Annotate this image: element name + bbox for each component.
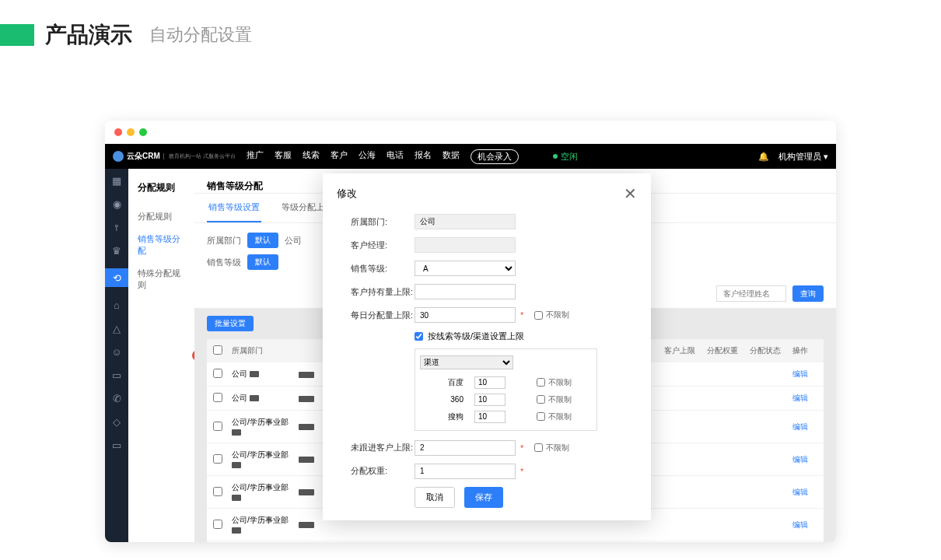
sidepanel-item-level[interactable]: 销售等级分配: [128, 228, 194, 262]
topbar: 云朵CRM 教育机构一站 式服务云平台 推广 客服 线索 客户 公海 电话 报名…: [105, 144, 836, 169]
accent-block: [0, 24, 34, 46]
row-checkbox[interactable]: [213, 369, 222, 378]
nav-data[interactable]: 数据: [443, 149, 460, 164]
unlimited-label: 不限制: [546, 443, 569, 453]
select-level[interactable]: A: [415, 261, 516, 276]
cell-dept: 公司: [229, 369, 299, 380]
bell-icon[interactable]: [758, 152, 769, 162]
maximize-dot[interactable]: [139, 128, 147, 136]
app-window: 云朵CRM 教育机构一站 式服务云平台 推广 客服 线索 客户 公海 电话 报名…: [105, 121, 836, 542]
select-all-checkbox[interactable]: [213, 345, 222, 355]
search-button[interactable]: 查询: [792, 285, 824, 302]
cell-dept: 公司/学历事业部: [229, 417, 299, 436]
users-icon[interactable]: ♛: [111, 245, 122, 256]
close-icon[interactable]: ✕: [624, 184, 637, 203]
top-nav: 推广 客服 线索 客户 公海 电话 报名 数据 机会录入 空闲: [247, 149, 758, 164]
nav-customer[interactable]: 客户: [331, 149, 348, 164]
nav-pool[interactable]: 公海: [359, 149, 376, 164]
col-weight: 分配权重: [707, 345, 750, 356]
batch-settings-button[interactable]: 批量设置: [207, 316, 254, 331]
channel-limit-label: 按线索等级/渠道设置上限: [428, 331, 524, 342]
edit-link[interactable]: 编辑: [792, 454, 824, 465]
label-level: 销售等级:: [337, 263, 415, 275]
dept-default-btn[interactable]: 默认: [247, 233, 278, 248]
sidepanel-item-special[interactable]: 特殊分配规则: [128, 262, 194, 296]
user-dropdown[interactable]: 机构管理员 ▾: [778, 151, 828, 163]
cb-daily-unlimited[interactable]: [534, 311, 543, 320]
settings-icon[interactable]: ⟲: [105, 268, 128, 287]
call-icon[interactable]: ✆: [111, 393, 122, 404]
nav-phone[interactable]: 电话: [387, 149, 404, 164]
input-weight[interactable]: [415, 464, 516, 479]
cancel-button[interactable]: 取消: [415, 487, 455, 508]
level-default-btn[interactable]: 默认: [247, 254, 278, 270]
channel-value-input[interactable]: [474, 394, 505, 406]
cb-unfollow-unlimited[interactable]: [534, 443, 543, 452]
topbar-right: 机构管理员 ▾: [758, 151, 828, 163]
doc-icon[interactable]: ▭: [111, 369, 122, 380]
chart-icon[interactable]: ⫯: [111, 222, 122, 233]
label-daily: 每日分配量上限:: [337, 310, 415, 321]
required-mark: *: [520, 310, 523, 320]
cb-channel-limit[interactable]: [415, 332, 423, 341]
row-checkbox[interactable]: [213, 520, 222, 529]
nav-promo[interactable]: 推广: [247, 149, 264, 164]
card-icon[interactable]: ▭: [111, 439, 122, 450]
row-checkbox[interactable]: [213, 393, 222, 402]
tag-icon[interactable]: ◇: [111, 416, 122, 427]
edit-link[interactable]: 编辑: [792, 369, 824, 380]
unlimited-label: 不限制: [548, 377, 572, 388]
channel-value-input[interactable]: [474, 411, 505, 423]
input-dept: [415, 214, 516, 229]
row-checkbox[interactable]: [213, 422, 222, 431]
save-button[interactable]: 保存: [464, 487, 503, 508]
input-daily[interactable]: [415, 307, 516, 323]
channel-value-input[interactable]: [474, 376, 505, 389]
edit-link[interactable]: 编辑: [792, 487, 824, 498]
input-hold[interactable]: [415, 284, 516, 299]
nav-service[interactable]: 客服: [275, 149, 292, 164]
label-hold: 客户持有量上限:: [337, 286, 415, 298]
cb-channel-unlimited[interactable]: [537, 395, 545, 404]
nav-signup[interactable]: 报名: [415, 149, 432, 164]
icon-sidebar: ▦ ◉ ⫯ ♛ ⟲ ⌂ △ ☺ ▭ ✆ ◇ ▭: [105, 169, 128, 542]
filter-level-label: 销售等级: [207, 257, 241, 268]
close-dot[interactable]: [114, 128, 122, 136]
logo[interactable]: 云朵CRM 教育机构一站 式服务云平台: [113, 151, 236, 162]
subtab-level-setting[interactable]: 销售等级设置: [207, 194, 261, 222]
col-limit: 客户上限: [664, 345, 707, 356]
edit-link[interactable]: 编辑: [792, 520, 824, 530]
label-weight: 分配权重:: [337, 465, 415, 477]
nav-opportunity-pill[interactable]: 机会录入: [471, 149, 519, 164]
user-name: 机构管理员: [778, 151, 821, 163]
minimize-dot[interactable]: [127, 128, 135, 136]
shield-icon[interactable]: ◉: [111, 198, 122, 209]
label-unfollow: 未跟进客户上限:: [337, 442, 415, 453]
sidepanel-title: 分配规则: [128, 181, 194, 205]
channel-row: 百度不限制: [420, 374, 592, 391]
logo-icon: [113, 151, 124, 162]
select-channel-type[interactable]: 渠道: [420, 355, 513, 369]
row-checkbox[interactable]: [213, 487, 222, 496]
filter-dept-val: 公司: [285, 235, 302, 247]
search-manager-input[interactable]: [716, 285, 786, 302]
edit-link[interactable]: 编辑: [792, 422, 824, 432]
person-icon[interactable]: ☺: [111, 346, 122, 357]
edit-link[interactable]: 编辑: [792, 393, 824, 404]
dashboard-icon[interactable]: ▦: [111, 175, 122, 186]
cell-dept: 公司/学历事业部: [229, 450, 299, 469]
row-checkbox[interactable]: [213, 454, 222, 464]
cb-channel-unlimited[interactable]: [537, 378, 545, 387]
label-dept: 所属部门:: [337, 216, 415, 228]
sidepanel-item-rules[interactable]: 分配规则: [128, 205, 194, 228]
input-unfollow[interactable]: [415, 440, 516, 456]
nav-leads[interactable]: 线索: [303, 149, 320, 164]
channel-name: 搜狗: [420, 411, 474, 422]
label-manager: 客户经理:: [337, 240, 415, 251]
page-title: 产品演示: [45, 20, 132, 50]
home-icon[interactable]: ⌂: [111, 299, 122, 310]
cb-channel-unlimited[interactable]: [537, 412, 545, 421]
unlimited-label: 不限制: [548, 411, 572, 422]
page-subtitle: 自动分配设置: [149, 23, 252, 47]
recycle-icon[interactable]: △: [111, 323, 122, 334]
